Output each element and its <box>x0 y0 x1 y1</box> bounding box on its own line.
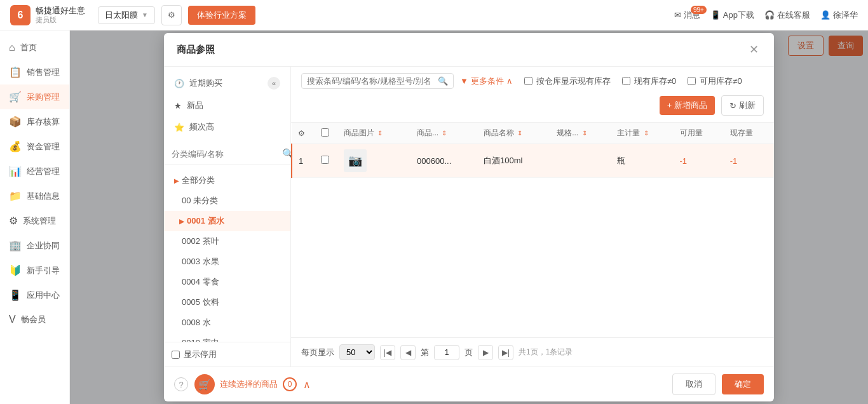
next-page-button[interactable]: ▶ <box>478 345 493 360</box>
col-image: 商品图片 ⇕ <box>337 123 410 144</box>
product-table: ⚙ 商品图片 ⇕ 商品... ⇕ <box>291 123 774 178</box>
product-table-container: ⚙ 商品图片 ⇕ 商品... ⇕ <box>291 123 774 337</box>
cat-tea[interactable]: 0002 茶叶 <box>164 231 290 252</box>
left-menu-new[interactable]: ★ 新品 <box>164 95 290 116</box>
filter-more-button[interactable]: ▼ 更多条件 ∧ <box>460 76 513 87</box>
refresh-button[interactable]: ↻ 刷新 <box>721 95 764 116</box>
cat-snack[interactable]: 0004 零食 <box>164 272 290 292</box>
vip-icon: V <box>9 314 16 325</box>
sidebar-item-vip[interactable]: V 畅会员 <box>0 307 69 332</box>
avatar: 👤 <box>820 10 831 20</box>
col-settings[interactable]: ⚙ <box>292 123 315 144</box>
first-page-button[interactable]: |◀ <box>380 345 395 360</box>
row-name: 白酒100ml <box>477 144 550 178</box>
cancel-button[interactable]: 取消 <box>672 374 715 395</box>
col-unit: 主计量 ⇕ <box>611 123 673 144</box>
checkbox-available-input[interactable] <box>688 77 696 85</box>
left-menu-recent[interactable]: 🕐 近期购买 « <box>164 72 290 95</box>
cat-all[interactable]: ▶ 全部分类 <box>164 170 290 191</box>
top-navigation: 6 畅捷通好生意 捷员版 日太阳膜 ▼ ⚙ 体验行业方案 ✉ 消息 99+ 📱 … <box>0 0 868 30</box>
sidebar-item-basic-info[interactable]: 📁 基础信息 <box>0 184 69 208</box>
messages-button[interactable]: ✉ 消息 99+ <box>674 10 700 21</box>
settings-icon[interactable]: ⚙ <box>161 5 182 25</box>
col-checkbox[interactable] <box>315 123 337 144</box>
checkbox-current-stock[interactable]: 现有库存≠0 <box>622 76 676 87</box>
checkbox-stock-input[interactable] <box>622 77 630 85</box>
online-service-button[interactable]: 🎧 在线客服 <box>764 10 810 21</box>
sort-unit-icon[interactable]: ⇕ <box>644 130 649 137</box>
page-size-select[interactable]: 50 100 200 <box>339 344 375 360</box>
checkbox-warehouse-stock[interactable]: 按仓库显示现有库存 <box>524 76 611 87</box>
row-checkbox[interactable] <box>315 144 337 178</box>
sidebar-item-purchase[interactable]: 🛒 采购管理 <box>0 84 69 109</box>
cat-appliance[interactable]: 0010 家电 <box>164 333 290 342</box>
sidebar-item-business[interactable]: 📊 经营管理 <box>0 159 69 184</box>
sidebar-item-apps[interactable]: 📱 应用中心 <box>0 283 69 307</box>
sidebar: ⌂ 首页 📋 销售管理 🛒 采购管理 📦 库存核算 💰 资金管理 📊 经营管理 … <box>0 30 70 404</box>
help-icon[interactable]: ? <box>174 377 188 391</box>
sidebar-item-home[interactable]: ⌂ 首页 <box>0 36 69 60</box>
page-number-input[interactable] <box>434 345 459 360</box>
cart-icon[interactable]: 🛒 <box>194 374 215 394</box>
sort-code-icon[interactable]: ⇕ <box>442 130 447 137</box>
row-code: 000600... <box>410 144 477 178</box>
prev-page-button[interactable]: ◀ <box>400 345 416 360</box>
logo-text: 畅捷通好生意 捷员版 <box>36 6 85 24</box>
user-profile-button[interactable]: 👤 徐泽华 <box>820 10 858 21</box>
refresh-icon: ↻ <box>729 101 736 111</box>
row-select-checkbox[interactable] <box>321 156 329 164</box>
category-tree: ▶ 全部分类 00 未分类 ▶ 0001 酒水 0002 茶 <box>164 165 290 342</box>
cart-area: 🛒 连续选择的商品 0 <box>194 374 297 394</box>
cat-beverage[interactable]: 0005 饮料 <box>164 292 290 313</box>
checkbox-available-stock[interactable]: 可用库存≠0 <box>688 76 742 87</box>
close-icon[interactable]: ✕ <box>746 42 761 57</box>
confirm-button[interactable]: 确定 <box>722 374 764 394</box>
main-layout: ⌂ 首页 📋 销售管理 🛒 采购管理 📦 库存核算 💰 资金管理 📊 经营管理 … <box>0 30 868 404</box>
select-all-checkbox[interactable] <box>321 128 329 137</box>
sidebar-item-sales[interactable]: 📋 销售管理 <box>0 60 69 84</box>
search-icon[interactable]: 🔍 <box>438 76 448 86</box>
arrow-right-icon: ▶ <box>174 177 179 184</box>
collapse-left-button[interactable]: « <box>268 77 280 90</box>
sales-icon: 📋 <box>9 66 22 78</box>
main-content: 设置 查询 商品参照 ✕ 🕐 近期购买 <box>70 30 868 404</box>
row-spec <box>550 144 611 178</box>
modal-header: 商品参照 ✕ <box>164 33 774 67</box>
sidebar-item-enterprise[interactable]: 🏢 企业协同 <box>0 233 69 258</box>
star-icon: ⭐ <box>174 123 184 132</box>
chevron-up-icon: ∧ <box>506 76 513 86</box>
last-page-button[interactable]: ▶| <box>498 345 513 360</box>
category-search-input[interactable] <box>172 149 278 159</box>
experience-button[interactable]: 体验行业方案 <box>188 6 255 25</box>
table-row[interactable]: 1 📷 000600... 白酒100ml 瓶 <box>292 144 774 178</box>
sidebar-item-inventory[interactable]: 📦 库存核算 <box>0 109 69 134</box>
cat-fruit[interactable]: 0003 水果 <box>164 252 290 272</box>
messages-badge: 99+ <box>691 6 707 14</box>
category-search-box: 🔍 <box>164 143 290 165</box>
show-disabled-checkbox[interactable] <box>172 351 180 359</box>
product-search-input[interactable] <box>307 76 434 86</box>
cat-liquor[interactable]: ▶ 0001 酒水 <box>164 211 290 231</box>
col-code: 商品... ⇕ <box>410 123 477 144</box>
store-dropdown[interactable]: 日太阳膜 ▼ <box>98 6 155 24</box>
checkbox-warehouse-input[interactable] <box>524 77 532 85</box>
business-icon: 📊 <box>9 165 22 177</box>
add-product-button[interactable]: + 新增商品 <box>660 96 715 115</box>
sort-name-icon[interactable]: ⇕ <box>517 130 522 137</box>
sidebar-item-guide[interactable]: 🔰 新手引导 <box>0 258 69 283</box>
cat-uncategorized[interactable]: 00 未分类 <box>164 191 290 211</box>
col-name: 商品名称 ⇕ <box>477 123 550 144</box>
sidebar-item-finance[interactable]: 💰 资金管理 <box>0 134 69 159</box>
collapse-footer-icon[interactable]: ∧ <box>303 379 311 391</box>
message-icon: ✉ <box>674 10 681 20</box>
logo-area: 6 畅捷通好生意 捷员版 <box>10 5 85 25</box>
app-download-button[interactable]: 📱 App下载 <box>710 10 754 21</box>
home-icon: ⌂ <box>9 42 15 53</box>
sort-image-icon[interactable]: ⇕ <box>377 130 383 137</box>
sidebar-item-system[interactable]: ⚙ 系统管理 <box>0 208 69 233</box>
sort-spec-icon[interactable]: ⇕ <box>582 130 587 137</box>
purchase-icon: 🛒 <box>9 91 22 103</box>
cat-water[interactable]: 0008 水 <box>164 313 290 333</box>
left-menu-frequent[interactable]: ⭐ 频次高 <box>164 116 290 138</box>
col-stock: 现存量 <box>724 123 774 144</box>
